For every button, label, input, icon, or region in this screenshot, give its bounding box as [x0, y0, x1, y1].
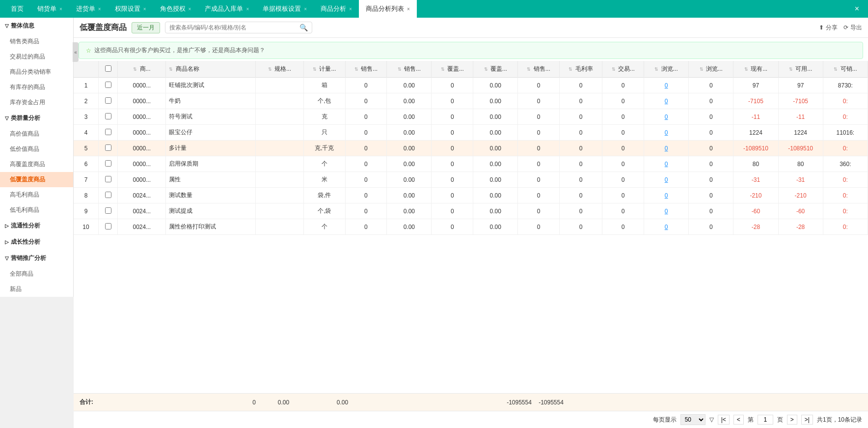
- sidebar-item-high-margin[interactable]: 高毛利商品: [0, 187, 73, 202]
- sidebar-item-all-goods[interactable]: 全部商品: [0, 266, 73, 282]
- page-size-select[interactable]: 50 100: [680, 414, 705, 425]
- th-sales-count[interactable]: ⇅ 销售...: [345, 61, 387, 78]
- row-checkbox-9[interactable]: [105, 223, 111, 229]
- nav-product-analysis[interactable]: 商品分析 ×: [314, 0, 359, 18]
- th-sales3[interactable]: ⇅ 销售...: [518, 61, 560, 78]
- first-page-button[interactable]: |<: [718, 415, 730, 425]
- th-available[interactable]: ⇅ 可用...: [778, 61, 823, 78]
- row-checkbox-2[interactable]: [105, 113, 111, 119]
- cell-browse1[interactable]: 0: [644, 203, 689, 219]
- sidebar-item-new-goods[interactable]: 新品: [0, 282, 73, 297]
- sidebar-item-sales-goods[interactable]: 销售类商品: [0, 34, 73, 49]
- th-saleable[interactable]: ⇅ 可销...: [823, 61, 868, 78]
- sidebar-item-high-coverage[interactable]: 高覆盖度商品: [0, 157, 73, 172]
- nav-role-auth[interactable]: 角色授权 ×: [153, 0, 198, 18]
- nav-close-auth-settings[interactable]: ×: [143, 6, 146, 12]
- nav-close-template-settings[interactable]: ×: [304, 6, 307, 12]
- th-browse1[interactable]: ⇅ 浏览...: [644, 61, 689, 78]
- cell-available: -31: [778, 172, 823, 188]
- row-checkbox-4[interactable]: [105, 144, 111, 151]
- row-checkbox-8[interactable]: [105, 207, 111, 214]
- cell-check[interactable]: [98, 172, 117, 188]
- th-name[interactable]: ⇅ 商品名称: [166, 61, 255, 78]
- cell-browse1[interactable]: 0: [644, 109, 689, 125]
- th-gross[interactable]: ⇅ 毛利率: [559, 61, 602, 78]
- nav-product-analysis-list[interactable]: 商品分析列表 ×: [359, 0, 417, 18]
- cell-check[interactable]: [98, 78, 117, 93]
- nav-template-settings[interactable]: 单据模板设置 ×: [256, 0, 314, 18]
- cell-check[interactable]: [98, 109, 117, 125]
- th-sales-amount[interactable]: ⇅ 销售...: [387, 61, 432, 78]
- row-checkbox-3[interactable]: [105, 129, 111, 135]
- nav-close-sales-order[interactable]: ×: [59, 6, 62, 12]
- sidebar-section-growth[interactable]: ▷ 成长性分析: [0, 234, 73, 250]
- export-button[interactable]: ⟳ 导出: [843, 24, 862, 32]
- sidebar-section-cluster[interactable]: ▽ 类群量分析: [0, 110, 73, 126]
- nav-sales-order[interactable]: 销货单 ×: [30, 0, 69, 18]
- sidebar-item-in-stock[interactable]: 有库存的商品: [0, 80, 73, 95]
- sidebar-item-high-value[interactable]: 高价值商品: [0, 126, 73, 142]
- last-page-button[interactable]: >|: [801, 415, 813, 425]
- cell-browse1[interactable]: 0: [644, 219, 689, 235]
- nav-close-role-auth[interactable]: ×: [189, 6, 191, 12]
- cell-browse1[interactable]: 0: [644, 141, 689, 156]
- cell-browse1[interactable]: 0: [644, 125, 689, 141]
- nav-close-finished-goods[interactable]: ×: [246, 6, 249, 12]
- cell-check[interactable]: [98, 203, 117, 219]
- cell-check[interactable]: [98, 156, 117, 172]
- sidebar-item-inventory-capital[interactable]: 库存资金占用: [0, 95, 73, 110]
- next-page-button[interactable]: >: [787, 415, 797, 425]
- th-unit[interactable]: ⇅ 计量...: [303, 61, 345, 78]
- cell-browse1[interactable]: 0: [644, 172, 689, 188]
- sidebar-item-low-coverage[interactable]: 低覆盖度商品: [0, 172, 73, 187]
- row-checkbox-7[interactable]: [105, 192, 111, 198]
- page-number-input[interactable]: [758, 415, 773, 425]
- cell-sales-amount: 0.00: [387, 78, 432, 93]
- select-all-checkbox[interactable]: [105, 65, 111, 72]
- cell-check[interactable]: [98, 188, 117, 203]
- th-cover2[interactable]: ⇅ 覆盖...: [473, 61, 518, 78]
- cell-browse1[interactable]: 0: [644, 78, 689, 93]
- nav-purchase[interactable]: 进货单 ×: [69, 0, 108, 18]
- th-browse2[interactable]: ⇅ 浏览...: [689, 61, 733, 78]
- cell-browse2: 0: [689, 188, 733, 203]
- cell-browse1[interactable]: 0: [644, 156, 689, 172]
- cell-check[interactable]: [98, 125, 117, 141]
- nav-close-purchase[interactable]: ×: [98, 6, 101, 12]
- row-checkbox-1[interactable]: [105, 97, 111, 104]
- sidebar-item-category-rate[interactable]: 商品分类动销率: [0, 64, 73, 80]
- sidebar-item-low-value[interactable]: 低价值商品: [0, 142, 73, 157]
- cell-browse1[interactable]: 0: [644, 188, 689, 203]
- cell-check[interactable]: [98, 141, 117, 156]
- nav-close-product-analysis[interactable]: ×: [349, 6, 352, 12]
- sidebar-collapse-button[interactable]: «: [73, 42, 79, 62]
- sort-current-icon: ⇅: [744, 67, 748, 72]
- sidebar-section-overall[interactable]: ▽ 整体信息: [0, 18, 73, 34]
- date-range-button[interactable]: 近一月: [132, 22, 160, 33]
- cell-browse1[interactable]: 0: [644, 93, 689, 109]
- th-spec[interactable]: ⇅ 规格...: [255, 61, 303, 78]
- th-cover1[interactable]: ⇅ 覆盖...: [432, 61, 473, 78]
- row-checkbox-6[interactable]: [105, 176, 111, 182]
- th-current[interactable]: ⇅ 现有...: [733, 61, 778, 78]
- nav-close-all-btn[interactable]: ×: [850, 4, 864, 13]
- nav-auth-settings[interactable]: 权限设置 ×: [108, 0, 153, 18]
- sidebar-section-marketing[interactable]: ▽ 营销推广分析: [0, 250, 73, 266]
- prev-page-button[interactable]: <: [733, 415, 744, 425]
- sidebar-section-circulation[interactable]: ▷ 流通性分析: [0, 218, 73, 234]
- th-trade[interactable]: ⇅ 交易...: [602, 61, 644, 78]
- cell-check[interactable]: [98, 219, 117, 235]
- row-checkbox-5[interactable]: [105, 160, 111, 167]
- row-checkbox-0[interactable]: [105, 82, 111, 88]
- share-button[interactable]: ⬆ 分享: [819, 24, 838, 32]
- sort-sales-amount-icon: ⇅: [398, 67, 402, 72]
- search-input[interactable]: [169, 24, 298, 31]
- th-code[interactable]: ⇅ 商...: [118, 61, 166, 78]
- cell-check[interactable]: [98, 93, 117, 109]
- sidebar-item-traded-goods[interactable]: 交易过的商品: [0, 49, 73, 64]
- nav-home[interactable]: 首页: [4, 0, 30, 18]
- total-sales-amount: 0.00: [268, 399, 299, 406]
- nav-finished-goods[interactable]: 产成品入库单 ×: [198, 0, 256, 18]
- nav-close-product-analysis-list[interactable]: ×: [407, 6, 410, 12]
- sidebar-item-low-margin[interactable]: 低毛利商品: [0, 202, 73, 218]
